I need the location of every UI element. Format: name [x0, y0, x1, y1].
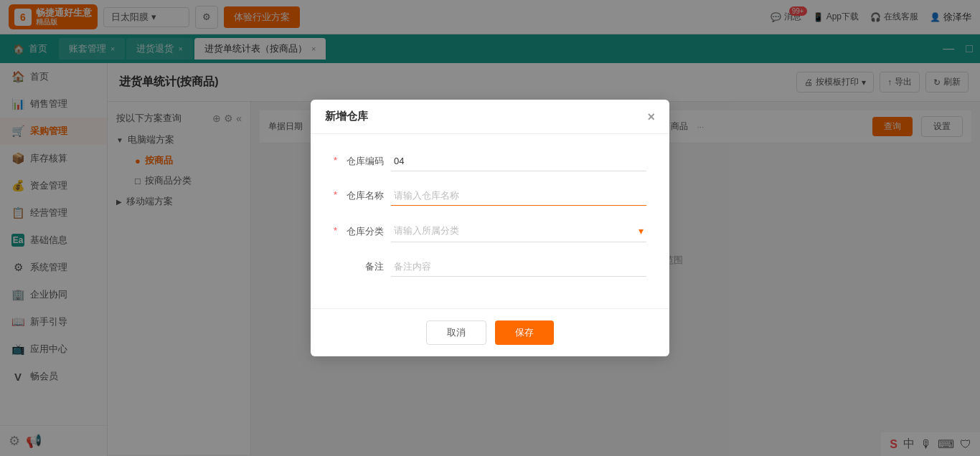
modal-overlay: 新增仓库 × 仓库编码 仓库名称 仓库分类 请输入所属分类 ▾ [0, 0, 980, 456]
dialog-title: 新增仓库 [325, 110, 368, 123]
dialog-close-button[interactable]: × [647, 110, 655, 123]
note-label: 备注 [334, 260, 391, 273]
category-label: 仓库分类 [334, 225, 391, 238]
form-row-code: 仓库编码 [334, 151, 646, 171]
dialog-header: 新增仓库 × [311, 100, 669, 134]
form-row-name: 仓库名称 [334, 186, 646, 206]
category-selector[interactable]: 请输入所属分类 ▾ [391, 220, 646, 242]
cancel-button[interactable]: 取消 [426, 320, 486, 345]
code-label: 仓库编码 [334, 155, 391, 168]
note-input[interactable] [391, 257, 646, 277]
form-row-note: 备注 [334, 257, 646, 277]
add-warehouse-dialog: 新增仓库 × 仓库编码 仓库名称 仓库分类 请输入所属分类 ▾ [311, 100, 669, 356]
code-input[interactable] [391, 151, 646, 171]
category-placeholder: 请输入所属分类 [394, 224, 459, 237]
form-row-category: 仓库分类 请输入所属分类 ▾ [334, 220, 646, 242]
dialog-footer: 取消 保存 [311, 308, 669, 356]
name-input[interactable] [391, 186, 646, 206]
category-arrow-icon: ▾ [639, 225, 644, 237]
dialog-body: 仓库编码 仓库名称 仓库分类 请输入所属分类 ▾ 备注 [311, 134, 669, 308]
save-button[interactable]: 保存 [495, 320, 554, 345]
name-label: 仓库名称 [334, 189, 391, 202]
